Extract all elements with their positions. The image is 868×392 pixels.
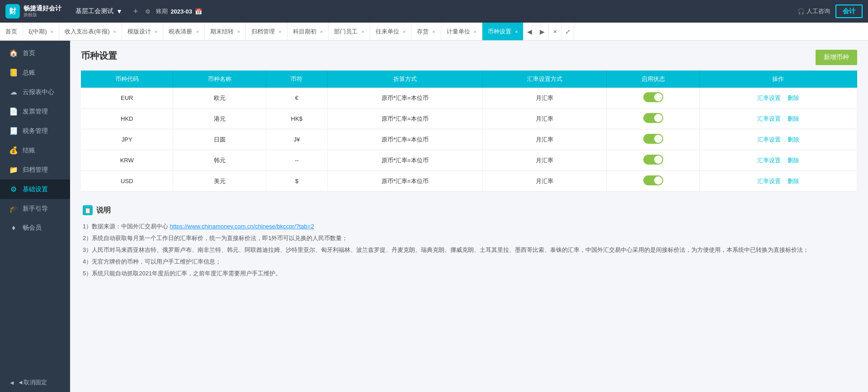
- tab-dept[interactable]: 部门员工 ×: [329, 23, 370, 41]
- tab-midterm[interactable]: ξ(中期) ×: [23, 23, 59, 41]
- sidebar-item-settle[interactable]: 💰 结账: [0, 141, 70, 160]
- tab-subject-label: 科目期初: [293, 28, 316, 36]
- currency-table: 币种代码 币种名称 币符 折算方式 汇率设置方式 启用状态 操作 EUR 欧元 …: [81, 71, 857, 192]
- table-row: USD 美元 $ 原币*汇率=本位币 月汇率 汇率设置 删除: [81, 171, 857, 192]
- tab-period-end-close[interactable]: ×: [237, 29, 240, 34]
- sidebar-label-settle: 结账: [23, 146, 35, 155]
- cloud-icon: ☁: [9, 88, 18, 96]
- toggle-HKD[interactable]: [643, 113, 663, 123]
- new-currency-button[interactable]: 新增币种: [816, 50, 857, 65]
- tab-next-btn[interactable]: ▶: [536, 23, 549, 41]
- cell-name: 港元: [173, 109, 266, 129]
- rate-setting-btn-USD[interactable]: 汇率设置: [757, 178, 781, 184]
- col-code: 币种代码: [81, 71, 173, 88]
- tab-archive[interactable]: 归档管理 ×: [246, 23, 287, 41]
- rate-setting-btn-HKD[interactable]: 汇率设置: [757, 115, 781, 122]
- tab-dept-close[interactable]: ×: [361, 29, 364, 34]
- sidebar-item-archive[interactable]: 📁 归档管理: [0, 160, 70, 179]
- tab-currency-label: 币种设置: [488, 28, 511, 36]
- tab-template[interactable]: 模版设计 ×: [122, 23, 163, 41]
- tab-currency[interactable]: 币种设置 ×: [482, 23, 524, 41]
- tab-tax-label: 税表清册: [169, 28, 192, 36]
- toggle-KRW[interactable]: [643, 155, 663, 165]
- cell-symbol: $: [266, 171, 327, 192]
- tab-archive-close[interactable]: ×: [278, 29, 281, 34]
- cell-action: 汇率设置 删除: [699, 88, 857, 109]
- notice-list: 1）数据来源：中国外汇交易中心 https://www.chinamoney.c…: [83, 221, 855, 279]
- notice-title-row: 📋 说明: [83, 205, 855, 215]
- delete-btn-USD[interactable]: 删除: [788, 178, 799, 184]
- tab-subject-close[interactable]: ×: [320, 29, 323, 34]
- sidebar-item-invoice[interactable]: 📄 发票管理: [0, 102, 70, 121]
- tab-prev-btn[interactable]: ◀: [524, 23, 536, 41]
- sidebar-item-cloud[interactable]: ☁ 云报表中心: [0, 82, 70, 102]
- sidebar-item-guide[interactable]: 🎓 新手引导: [0, 199, 70, 218]
- notice-item: 4）无官方牌价的币种，可以用户手工维护汇率信息；: [83, 256, 855, 268]
- cell-symbol: €: [266, 88, 327, 109]
- tab-tax-close[interactable]: ×: [196, 29, 198, 34]
- toggle-JPY[interactable]: [643, 134, 663, 144]
- sidebar-item-ledger[interactable]: 📒 总账: [0, 63, 70, 82]
- tab-inventory-close[interactable]: ×: [432, 29, 435, 34]
- notice-link[interactable]: https://www.chinamoney.com.cn/chinese/bk…: [170, 223, 314, 230]
- cell-symbol: HK$: [266, 109, 327, 129]
- toggle-EUR[interactable]: [643, 92, 663, 102]
- delete-btn-KRW[interactable]: 删除: [788, 157, 799, 164]
- sidebar-label-home: 首页: [23, 49, 35, 57]
- sidebar-label-cloud: 云报表中心: [23, 88, 54, 96]
- tab-subject[interactable]: 科目期初 ×: [288, 23, 329, 41]
- delete-btn-EUR[interactable]: 删除: [788, 94, 799, 101]
- tab-expand-btn[interactable]: ⤢: [561, 23, 574, 41]
- delete-btn-JPY[interactable]: 删除: [788, 136, 799, 143]
- tab-midterm-close[interactable]: ×: [50, 29, 53, 34]
- tab-unit-label: 计量单位: [447, 28, 470, 36]
- period-value: 2023-03: [170, 8, 192, 15]
- calendar-icon[interactable]: 📅: [195, 8, 202, 15]
- table-row: HKD 港元 HK$ 原币*汇率=本位币 月汇率 汇率设置 删除: [81, 109, 857, 129]
- sidebar-item-tax[interactable]: 🧾 税务管理: [0, 121, 70, 141]
- toggle-USD[interactable]: [643, 175, 663, 185]
- tab-annual[interactable]: 收入支出表(年报) ×: [59, 23, 122, 41]
- account-button[interactable]: 会计: [835, 5, 863, 18]
- tab-template-close[interactable]: ×: [155, 29, 157, 34]
- tab-home[interactable]: 首页: [0, 23, 23, 41]
- settings-icon: ⚙: [9, 185, 18, 194]
- content-area: 新增币种 币种设置 币种代码 币种名称 币符 折算方式 汇率设置方式 启用状态 …: [70, 41, 868, 392]
- delete-btn-HKD[interactable]: 删除: [788, 115, 799, 122]
- tab-tax[interactable]: 税表清册 ×: [163, 23, 204, 41]
- sidebar-pin-btn[interactable]: ◄ ◄取消固定: [0, 373, 70, 392]
- help-button[interactable]: 🎧 人工咨询: [797, 7, 830, 15]
- tab-annual-close[interactable]: ×: [113, 29, 116, 34]
- tab-unit-close[interactable]: ×: [474, 29, 476, 34]
- cell-status: [607, 129, 699, 150]
- tab-close-all-btn[interactable]: ×: [549, 23, 561, 41]
- rate-setting-btn-JPY[interactable]: 汇率设置: [757, 136, 781, 143]
- cell-method: 原币*汇率=本位币: [327, 171, 482, 192]
- sidebar-item-home[interactable]: 🏠 首页: [0, 43, 70, 63]
- tab-partner[interactable]: 往来单位 ×: [370, 23, 411, 41]
- rate-setting-btn-KRW[interactable]: 汇率设置: [757, 157, 781, 164]
- top-header: 财 畅捷通好会计 旗舰版 基层工会测试 ▼ + ⚙ 账期 2023-03 📅 🎧…: [0, 0, 868, 23]
- settings-icon[interactable]: ⚙: [145, 8, 151, 15]
- tab-unit[interactable]: 计量单位 ×: [441, 23, 482, 41]
- col-action: 操作: [699, 71, 857, 88]
- tab-period-end[interactable]: 期末结转 ×: [205, 23, 246, 41]
- table-row: JPY 日圆 J¥ 原币*汇率=本位币 月汇率 汇率设置 删除: [81, 129, 857, 150]
- settle-icon: 💰: [9, 146, 18, 155]
- member-icon: ♦: [9, 224, 18, 232]
- tab-partner-close[interactable]: ×: [403, 29, 406, 34]
- cell-rate-method: 月汇率: [482, 150, 607, 171]
- sidebar-item-member[interactable]: ♦ 畅会员: [0, 218, 70, 237]
- col-method: 折算方式: [327, 71, 482, 88]
- cell-name: 欧元: [173, 88, 266, 109]
- rate-setting-btn-EUR[interactable]: 汇率设置: [757, 94, 781, 101]
- header-right: 🎧 人工咨询 会计: [797, 5, 863, 18]
- sidebar-item-settings[interactable]: ⚙ 基础设置: [0, 179, 70, 199]
- tab-currency-close[interactable]: ×: [515, 29, 518, 34]
- cell-status: [607, 171, 699, 192]
- toggle-knob-HKD: [654, 114, 662, 122]
- tab-inventory[interactable]: 存货 ×: [411, 23, 441, 41]
- add-icon[interactable]: +: [133, 7, 138, 16]
- company-selector[interactable]: 基层工会测试 ▼: [75, 7, 123, 15]
- page-header-row: 新增币种 币种设置: [81, 50, 857, 71]
